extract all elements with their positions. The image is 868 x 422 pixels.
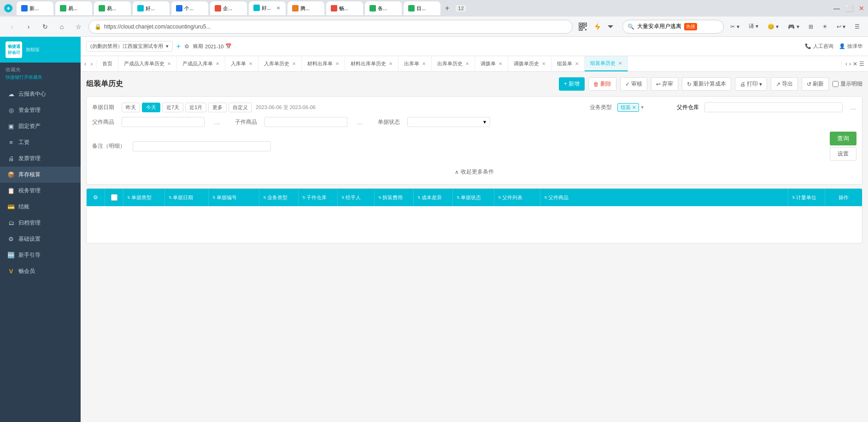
refresh-button[interactable]: ↺ 刷新	[802, 77, 829, 91]
app-tab-assemble[interactable]: 组装单 ✕	[551, 57, 585, 71]
app-tab-material-out[interactable]: 材料出库单 ✕	[302, 57, 345, 71]
browser-tab-3[interactable]: 易...	[94, 1, 131, 15]
app-tab-assemble-history[interactable]: 组装单历史 ✕	[585, 56, 628, 71]
app-tab-out-order-close[interactable]: ✕	[422, 61, 426, 66]
app-tab-in-order-close[interactable]: ✕	[249, 61, 252, 66]
parent-goods-more-icon[interactable]: …	[214, 118, 220, 126]
audit-button[interactable]: ✓ 审核	[620, 77, 647, 91]
col-header-handler[interactable]: ⇅ 经手人	[338, 189, 375, 206]
bill-status-select[interactable]: ▾	[407, 117, 490, 127]
window-minimize-button[interactable]: —	[833, 5, 840, 12]
translate-tool[interactable]: 译 ▾	[746, 22, 761, 31]
search-bar[interactable]: 🔍 大量安卓用户逃离 热搜	[622, 20, 724, 34]
emoji-tool[interactable]: 😊 ▾	[765, 23, 781, 31]
date-btn-more[interactable]: 更多	[208, 103, 227, 112]
export-button[interactable]: ↗ 导出	[771, 77, 798, 91]
date-btn-today[interactable]: 今天	[142, 103, 160, 112]
window-restore-button[interactable]: ⬜	[845, 5, 853, 12]
show-details-checkbox[interactable]	[833, 81, 839, 87]
menu-tool[interactable]: ☰	[852, 23, 862, 31]
company-selector[interactable]: (勿删勿禁用）江西服宝测试专用 ▾	[86, 41, 173, 52]
sidebar-item-basic-settings[interactable]: ⚙ 基础设置	[0, 231, 81, 247]
query-button[interactable]: 查询	[830, 132, 856, 145]
col-header-bill-date[interactable]: ⇅ 单据日期	[165, 189, 209, 206]
tab-close-7[interactable]: ✕	[276, 6, 281, 11]
parent-warehouse-more-icon[interactable]: …	[850, 104, 856, 111]
flash-icon[interactable]	[593, 22, 602, 31]
undo-tool[interactable]: ↩ ▾	[834, 23, 848, 31]
browser-tab-5[interactable]: 个...	[171, 1, 208, 15]
date-btn-yesterday[interactable]: 昨天	[122, 103, 140, 112]
app-tab-out-order-history[interactable]: 出库单历史 ✕	[432, 57, 475, 71]
sun-tool[interactable]: ☀	[820, 23, 830, 31]
col-header-parent-list[interactable]: ⇅ 父件列表	[494, 189, 540, 206]
browser-tab-2[interactable]: 易...	[55, 1, 92, 15]
settings-config-icon[interactable]: ⚙	[184, 43, 189, 50]
sidebar-item-tax[interactable]: 📋 税务管理	[0, 183, 81, 199]
print-button[interactable]: 🖨 打印 ▾	[735, 77, 767, 91]
browser-tab-11[interactable]: 目...	[404, 1, 440, 15]
col-header-cost-diff[interactable]: ⇅ 成本差异	[414, 189, 453, 206]
bookmark-button[interactable]: ☆	[72, 20, 85, 33]
forward-button[interactable]: ›	[22, 20, 35, 33]
col-header-child-warehouse[interactable]: ⇅ 子件仓库	[299, 189, 338, 206]
browser-tab-7[interactable]: 好... ✕	[249, 1, 286, 15]
table-select-all-checkbox[interactable]	[105, 189, 123, 206]
back-button[interactable]: ‹	[6, 20, 18, 33]
tab-bar-collapse-left[interactable]: ‹	[845, 61, 847, 67]
date-btn-7days[interactable]: 近7天	[162, 103, 183, 112]
app-tab-transfer-close[interactable]: ✕	[499, 61, 502, 66]
show-details-checkbox-label[interactable]: 显示明细	[833, 80, 862, 88]
sidebar-item-fixed-assets[interactable]: ▣ 固定资产	[0, 118, 81, 134]
sidebar-item-inventory[interactable]: 📦 库存核算	[0, 167, 81, 183]
app-tab-product-in-history[interactable]: 产成品入库单历史 ✕	[118, 57, 177, 71]
scissors-tool[interactable]: ✂ ▾	[727, 23, 742, 31]
col-header-bill-no[interactable]: ⇅ 单据编号	[209, 189, 259, 206]
app-tab-product-in-history-close[interactable]: ✕	[167, 61, 171, 66]
parent-goods-input[interactable]	[122, 117, 205, 127]
tab-bar-close-current[interactable]: ✕	[853, 61, 857, 67]
app-tab-assemble-history-close[interactable]: ✕	[618, 61, 622, 66]
sidebar-item-guide[interactable]: 🆕 新手引导	[0, 247, 81, 263]
business-type-dropdown-icon[interactable]: ▾	[641, 104, 644, 110]
qr-code-icon[interactable]	[578, 22, 587, 31]
set-button[interactable]: 设置	[830, 147, 856, 161]
col-header-bill-type[interactable]: ⇅ 单据类型	[123, 189, 165, 206]
parent-warehouse-input[interactable]	[704, 102, 843, 112]
browser-tab-1[interactable]: 新...	[17, 1, 53, 15]
new-tab-button[interactable]: +	[442, 4, 452, 12]
table-column-settings-button[interactable]: ⚙	[87, 189, 105, 206]
sidebar-item-fund[interactable]: ◎ 资金管理	[0, 102, 81, 118]
sidebar-item-cloud-report[interactable]: ☁ 云报表中心	[0, 86, 81, 102]
add-button[interactable]: + 新增	[559, 77, 585, 91]
col-header-parent-goods[interactable]: ⇅ 父件商品	[540, 189, 788, 206]
user-button[interactable]: 👤 徐泽华	[839, 43, 862, 50]
app-tab-product-in[interactable]: 产成品入库单 ✕	[177, 57, 225, 71]
date-btn-1month[interactable]: 近1月	[185, 103, 206, 112]
tab-scroll-left[interactable]: ‹	[82, 60, 88, 68]
bookmark-shortcut[interactable]: 快捷键打开收藏夹	[6, 74, 75, 81]
tab-bar-more-options[interactable]: ☰	[859, 61, 864, 67]
notes-input[interactable]	[133, 141, 271, 151]
col-header-unit[interactable]: ⇅ 计量单位	[788, 189, 825, 206]
dropdown-button[interactable]	[606, 22, 615, 31]
app-tab-material-out-close[interactable]: ✕	[335, 61, 339, 66]
browser-tab-8[interactable]: 腾...	[287, 1, 324, 15]
window-close-button[interactable]: ✕	[859, 5, 864, 12]
app-tab-out-order-history-close[interactable]: ✕	[465, 61, 469, 66]
app-tab-in-order-history-close[interactable]: ✕	[292, 61, 296, 66]
delete-button[interactable]: 🗑 删除	[588, 77, 616, 91]
col-header-biz-type[interactable]: ⇅ 业务类型	[259, 189, 299, 206]
tab-scroll-right[interactable]: ›	[89, 60, 94, 68]
app-tab-out-order[interactable]: 出库单 ✕	[399, 57, 432, 71]
sidebar-item-settlement[interactable]: 💳 结账	[0, 199, 81, 215]
tab-bar-expand-right[interactable]: ›	[849, 61, 851, 67]
col-header-bill-status[interactable]: ⇅ 单据状态	[453, 189, 494, 206]
app-tab-material-out-history[interactable]: 材料出库单历史 ✕	[345, 57, 399, 71]
app-tab-transfer-history-close[interactable]: ✕	[542, 61, 545, 66]
child-goods-more-icon[interactable]: …	[357, 118, 363, 126]
child-goods-input[interactable]	[264, 117, 347, 127]
browser-tab-4[interactable]: 好...	[133, 1, 170, 15]
app-tab-assemble-close[interactable]: ✕	[575, 61, 579, 66]
sidebar-item-archive[interactable]: 🗂 归档管理	[0, 215, 81, 231]
